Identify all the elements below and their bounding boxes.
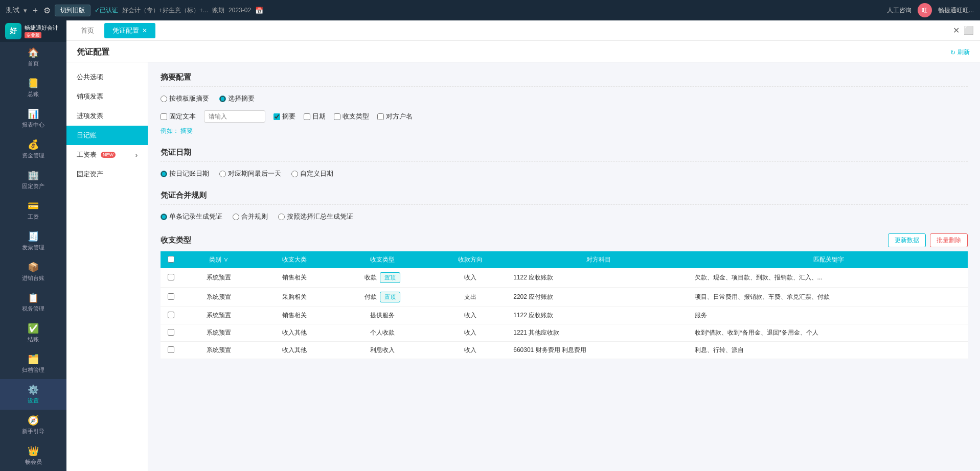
reset-tag-0[interactable]: 置顶 [380, 272, 400, 283]
calendar-icon[interactable]: 📅 [255, 7, 263, 14]
sidebar-item-settle[interactable]: ✅ 结账 [0, 318, 66, 348]
update-data-btn[interactable]: 更新数据 [888, 233, 926, 247]
sidebar-item-home[interactable]: 🏠 首页 [0, 42, 66, 73]
row-major-type-1: 采购相关 [257, 288, 332, 307]
th-checkbox [161, 251, 181, 268]
merge-radio-rules[interactable]: 合并规则 [233, 212, 268, 221]
row-keywords-0: 欠款、现金、项目款、到款、报销款、汇入、... [690, 268, 968, 288]
sidebar-item-report[interactable]: 📊 报表中心 [0, 103, 66, 134]
th-major-type: 收支大类 [257, 251, 332, 268]
date-radio-journal[interactable]: 按日记账日期 [161, 169, 209, 178]
row-checkbox-2[interactable] [161, 307, 181, 324]
nav-item-fixed-asset[interactable]: 固定资产 [66, 164, 148, 184]
income-expense-table: 类别 ∨ 收支大类 收支类型 收款方向 对方科目 匹配关键字 系统预置 销售相关… [161, 251, 968, 359]
tab-voucher-config[interactable]: 凭证配置 ✕ [104, 23, 155, 38]
date-checkbox[interactable]: 日期 [304, 112, 326, 121]
top-arrow[interactable]: ▾ [24, 7, 27, 14]
wage-arrow-icon: › [135, 151, 138, 159]
nav-item-sales[interactable]: 销项发票 [66, 87, 148, 106]
top-bar-right: 人工咨询 旺 畅捷通旺旺... [887, 3, 974, 17]
row-account-1: 2202 应付账款 [508, 288, 689, 307]
sidebar-item-fund[interactable]: 💰 资金管理 [0, 134, 66, 164]
tab-home[interactable]: 首页 [73, 23, 102, 38]
summary-checkbox[interactable]: 摘要 [274, 112, 295, 121]
date-radio-period-last[interactable]: 对应期间最后一天 [219, 169, 281, 178]
home-icon: 🏠 [28, 47, 39, 58]
sidebar-item-ledger[interactable]: 📒 总账 [0, 73, 66, 103]
summary-radio-select[interactable]: 选择摘要 [219, 94, 255, 103]
ledger-icon: 📒 [28, 78, 39, 89]
summary-radio-template[interactable]: 按模板版摘要 [161, 94, 209, 103]
sidebar-item-invoice[interactable]: 🧾 发票管理 [0, 226, 66, 256]
row-major-type-0: 销售相关 [257, 268, 332, 288]
app-logo-text: 畅捷通好会计 专业版 [25, 24, 58, 39]
sidebar-item-asset[interactable]: 🏢 固定资产 [0, 164, 66, 195]
nav-item-public[interactable]: 公共选项 [66, 67, 148, 87]
row-checkbox-0[interactable] [161, 268, 181, 288]
row-category-0: 系统预置 [181, 268, 257, 288]
add-icon[interactable]: ＋ [31, 5, 39, 16]
settings-icon[interactable]: ⚙ [43, 6, 51, 15]
row-checkbox-3[interactable] [161, 324, 181, 342]
maximize-icon[interactable]: ⬜ [964, 26, 974, 35]
user-avatar[interactable]: 旺 [918, 3, 932, 17]
sidebar-item-guide[interactable]: 🧭 新手引导 [0, 410, 66, 440]
date-radio-custom[interactable]: 自定义日期 [291, 169, 333, 178]
row-keywords-3: 收到*借款、收到*备用金、退回*备用金、个人 [690, 324, 968, 342]
th-category[interactable]: 类别 ∨ [181, 251, 257, 268]
nav-item-wage[interactable]: 工资表 NEW › [66, 145, 148, 164]
sidebar-item-tax[interactable]: 📋 税务管理 [0, 287, 66, 318]
row-direction-0: 收入 [432, 268, 508, 288]
fixed-text-input[interactable] [204, 110, 265, 123]
main-content: 摘要配置 按模板版摘要 选择摘要 [148, 62, 980, 471]
switch-old-btn[interactable]: 切到旧版 [55, 5, 90, 16]
table-row: 系统预置 采购相关 付款 置顶 支出 2202 应付账款 项目、日常费用、报销款… [161, 288, 968, 307]
summary-section-title: 摘要配置 [161, 73, 968, 87]
top-bar: 测试 ▾ ＋ ⚙ 切到旧版 ✓已认证 好会计（专）+好生意（标）+... 账期 … [0, 0, 980, 20]
row-category-2: 系统预置 [181, 307, 257, 324]
reset-tag-1[interactable]: 置顶 [380, 292, 400, 302]
row-sub-type-0: 收款 置顶 [332, 268, 432, 288]
select-all-checkbox[interactable] [168, 256, 174, 263]
row-keywords-2: 服务 [690, 307, 968, 324]
user-name: 畅捷通旺旺... [938, 6, 974, 15]
nav-item-journal[interactable]: 日记账 [66, 126, 148, 145]
purchase-icon: 📦 [28, 262, 39, 273]
row-direction-3: 收入 [432, 324, 508, 342]
report-icon: 📊 [28, 108, 39, 120]
counterparty-checkbox[interactable]: 对方户名 [377, 112, 413, 121]
sidebar: 好 畅捷通好会计 专业版 🏠 首页 📒 总账 📊 报表中心 💰 资金管理 🏢 固… [0, 20, 66, 471]
nav-item-purchase-inv[interactable]: 进项发票 [66, 106, 148, 126]
merge-radio-summary[interactable]: 按照选择汇总生成凭证 [278, 212, 353, 221]
summary-radio-group: 按模板版摘要 选择摘要 [161, 94, 968, 103]
merge-radio-single[interactable]: 单条记录生成凭证 [161, 212, 222, 221]
row-checkbox-1[interactable] [161, 288, 181, 307]
consult-link[interactable]: 人工咨询 [887, 6, 911, 15]
sidebar-item-purchase[interactable]: 📦 进销台账 [0, 256, 66, 287]
tab-close-btn[interactable]: ✕ [142, 27, 147, 34]
sidebar-item-member[interactable]: 👑 畅会员 [0, 440, 66, 471]
left-nav: 公共选项 销项发票 进项发票 日记账 工资表 NEW › [66, 62, 148, 471]
type-checkbox[interactable]: 收支类型 [334, 112, 369, 121]
row-account-2: 1122 应收账款 [508, 307, 689, 324]
voucher-date-radio-group: 按日记账日期 对应期间最后一天 自定义日期 [161, 169, 968, 178]
row-category-3: 系统预置 [181, 324, 257, 342]
th-account: 对方科目 [508, 251, 689, 268]
close-window-icon[interactable]: ✕ [953, 26, 960, 35]
fixed-text-checkbox[interactable]: 固定文本 [161, 112, 196, 121]
sidebar-item-salary[interactable]: 💳 工资 [0, 195, 66, 226]
row-direction-2: 收入 [432, 307, 508, 324]
th-sub-type: 收支类型 [332, 251, 432, 268]
row-account-0: 1122 应收账款 [508, 268, 689, 288]
table-row: 系统预置 收入其他 利息收入 收入 660301 财务费用 利息费用 利息、行转… [161, 342, 968, 359]
fund-icon: 💰 [28, 139, 39, 150]
row-major-type-4: 收入其他 [257, 342, 332, 359]
sidebar-item-archive[interactable]: 🗂️ 归档管理 [0, 348, 66, 379]
refresh-btn[interactable]: ↻ 刷新 [950, 48, 970, 57]
th-direction: 收款方向 [432, 251, 508, 268]
invoice-icon: 🧾 [28, 231, 39, 242]
sidebar-item-settings[interactable]: ⚙️ 设置 [0, 379, 66, 410]
summary-checkbox-row: 固定文本 摘要 日期 收支类型 [161, 110, 968, 123]
row-checkbox-4[interactable] [161, 342, 181, 359]
batch-delete-btn[interactable]: 批量删除 [930, 233, 968, 247]
